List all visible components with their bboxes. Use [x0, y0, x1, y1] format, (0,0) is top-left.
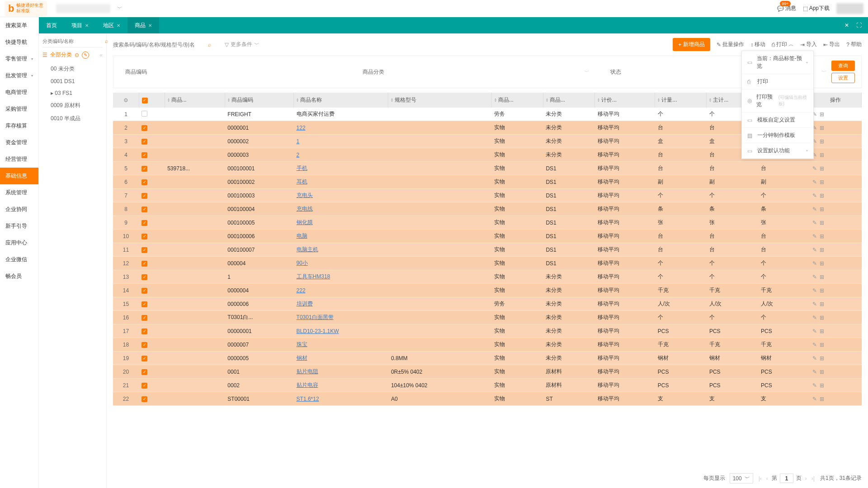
- chevron-down-icon[interactable]: ﹀: [117, 5, 123, 12]
- logo-icon: b: [8, 3, 14, 14]
- messages-link[interactable]: 💬 消息 99+: [777, 5, 796, 12]
- avatar[interactable]: [836, 3, 863, 14]
- app-download-label: App下载: [809, 5, 830, 12]
- logo-name: 畅捷通好生意: [16, 3, 43, 8]
- org-selector-blurred[interactable]: [56, 4, 110, 13]
- logo-subname: 标准版: [16, 8, 43, 14]
- top-header: b 畅捷通好生意 标准版 ﹀ 💬 消息 99+ ⬚ App下载: [0, 0, 868, 17]
- message-badge: 99+: [780, 1, 790, 6]
- app-download-link[interactable]: ⬚ App下载: [803, 5, 830, 12]
- app-icon: ⬚: [803, 5, 808, 12]
- logo[interactable]: b 畅捷通好生意 标准版: [5, 1, 47, 16]
